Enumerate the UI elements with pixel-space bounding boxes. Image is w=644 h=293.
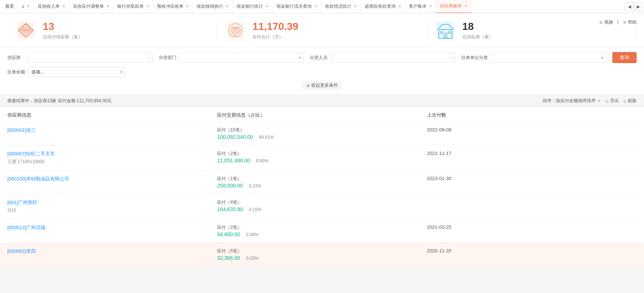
nav-tab-collect-stat[interactable]: 收款情况统计✕ <box>321 0 361 13</box>
nav-tab-close-cash-bank-flow[interactable]: ✕ <box>314 4 317 9</box>
tx-amount[interactable]: 258,000.00 <box>217 183 243 189</box>
summary-total-payable-suppliers: 13 总应付供应商（家） <box>7 19 217 41</box>
last-payment-cell: 2022-08-08 <box>427 127 637 132</box>
last-payment-cell: 2021-11-17 <box>427 151 637 156</box>
supplier-ellipsis-btn[interactable]: ··· <box>147 55 151 61</box>
supplier-link[interactable]: [000100]本特勤油品有限公司 <box>7 176 69 182</box>
supplier-info-cell: [000100]本特勤油品有限公司 <box>7 176 217 182</box>
refresh-button[interactable]: ○ 刷新 <box>623 98 637 104</box>
nav-tab-close-ap-adjustment[interactable]: ✕ <box>106 4 109 9</box>
table-row: [000002]李四 应付（5笔） 32,366.00 0.03% 2020-1… <box>0 243 644 266</box>
nav-tab-cash-bank-stat[interactable]: 现金银行统计✕ <box>233 0 273 13</box>
nav-tab-label-prepay-reconcile: 预收冲应收单 <box>157 3 183 10</box>
tx-label: 应付（2笔） <box>217 151 427 157</box>
export-button[interactable]: ○ 导出 <box>605 98 619 104</box>
nav-tab-bank-deposit[interactable]: 银行存取款单✕ <box>113 0 153 13</box>
sort-arrow-icon: ▼ <box>597 99 601 103</box>
result-bar: 搜索结果中，供应商13家 应付金额 111,703,854.00元 排序：按应付… <box>0 95 644 107</box>
summary-number-payable-amount: 11,170.39 <box>252 20 298 33</box>
filter-balance-select-wrap: 选项... ▼ <box>28 67 125 77</box>
manager-input[interactable] <box>330 52 455 63</box>
nav-arrow-right[interactable]: ▶ <box>634 2 643 11</box>
supplier-info-cell: [000001]张三 <box>7 127 217 134</box>
filter-supplier: 供应商 ··· <box>7 52 153 63</box>
nav-tab-close-bank-deposit[interactable]: ✕ <box>146 4 149 9</box>
filter-dept-select-wrap: ▼ <box>179 52 304 63</box>
filter-balance-label: 往来余额 <box>7 69 26 75</box>
table-row: [000001]张三 应付（15笔） 100,092,540.00 89.61%… <box>7 122 637 145</box>
tx-amount-row: 100,092,540.00 89.61% <box>217 133 427 140</box>
nav-tab-close-overdue-query[interactable]: ✕ <box>398 4 401 9</box>
tx-pct: 0.23% <box>249 183 261 189</box>
nav-tab-other-income[interactable]: 其他收入单✕ <box>34 0 69 13</box>
help-link[interactable]: ⊙ 帮助 <box>623 19 637 25</box>
nav-tab-close-tab3[interactable]: ✕ <box>27 4 30 9</box>
nav-tab-ap-adjustment[interactable]: 应收应付调整单✕ <box>69 0 113 13</box>
tx-amount-row: 94,600.00 0.08% <box>217 231 427 237</box>
sort-select[interactable]: 排序：按应付余额倒序排序 ▼ <box>543 98 601 104</box>
tx-amount[interactable]: 164,635.90 <box>217 206 243 212</box>
nav-tab-close-collect-stat[interactable]: ✕ <box>354 4 357 9</box>
supplier-info-cell: [000007]恒旺二手叉车 王通 17106110000 <box>7 151 217 165</box>
nav-tab-label-customer-acct: 客户账本 <box>409 3 427 10</box>
nav-tab-supplier-acct[interactable]: 供应商账本✕ <box>436 0 472 13</box>
svg-rect-12 <box>440 31 443 34</box>
table-body: [000001]张三 应付（15笔） 100,092,540.00 89.61%… <box>7 122 637 266</box>
tx-label: 应付（2笔） <box>217 224 427 231</box>
nav-tab-prepay-reconcile[interactable]: 预收冲应收单✕ <box>153 0 193 13</box>
tx-info-cell: 应付（5笔） 32,366.00 0.03% <box>217 248 427 261</box>
nav-tab-close-prepay-reconcile[interactable]: ✕ <box>186 4 189 9</box>
summary-total-payable-suppliers-text: 13 总应付供应商（家） <box>43 20 83 41</box>
top-navigation: 首页≡✕其他收入单✕应收应付调整单✕银行存取款单✕预收冲应收单✕收款核销执行✕现… <box>0 0 644 13</box>
nav-tab-home[interactable]: 首页 <box>1 0 18 13</box>
nav-tab-cash-bank-flow[interactable]: 现金银行流水查询✕ <box>273 0 321 13</box>
separator: | <box>617 19 619 25</box>
balance-select[interactable]: 选项... <box>28 67 125 77</box>
filter-row-1: 供应商 ··· 分管部门 ▼ 分管人员 ··· 往来单位分类 <box>7 52 637 63</box>
nav-arrow-left[interactable]: ◀ <box>625 2 634 11</box>
svg-rect-13 <box>448 31 451 34</box>
summary-top-links: ⊙ 视频 | ⊙ 帮助 <box>599 19 637 25</box>
table-row: [000007]恒旺二手叉车 王通 17106110000 应付（2笔） 11,… <box>7 145 637 170</box>
filter-manager-input-wrap: ··· <box>330 52 455 63</box>
supplier-link[interactable]: [000007]恒旺二手叉车 <box>7 151 55 156</box>
supplier-sub-info: 王通 17106110000 <box>7 159 217 165</box>
supplier-link[interactable]: [000012]广州贝瑞 <box>7 225 45 230</box>
nav-tab-close-collect-verify[interactable]: ✕ <box>225 4 229 9</box>
refresh-label: 刷新 <box>628 98 637 104</box>
table-row: [000100]本特勤油品有限公司 应付（1笔） 258,000.00 0.23… <box>7 170 637 194</box>
table-row: [000012]广州贝瑞 应付（2笔） 94,600.00 0.08% 2021… <box>7 219 637 243</box>
nav-tab-close-customer-acct[interactable]: ✕ <box>429 4 432 9</box>
unit-category-select[interactable] <box>490 52 607 63</box>
dept-select[interactable] <box>179 52 304 63</box>
tx-amount[interactable]: 32,366.00 <box>217 255 240 261</box>
supplier-link[interactable]: [000002]李四 <box>7 248 36 254</box>
nav-tab-close-cash-bank-stat[interactable]: ✕ <box>265 4 269 9</box>
collapse-button[interactable]: ∧ 收起更多条件 <box>302 81 342 90</box>
tx-amount[interactable]: 11,051,486.00 <box>217 158 250 163</box>
filter-supplier-label: 供应商 <box>7 55 26 61</box>
nav-tab-close-supplier-acct[interactable]: ✕ <box>464 4 468 8</box>
video-link[interactable]: ⊙ 视频 <box>599 19 613 25</box>
tx-label: 应付（4笔） <box>217 199 427 206</box>
tx-label: 应付（5笔） <box>217 248 427 254</box>
nav-tab-tab3[interactable]: ≡✕ <box>18 0 34 13</box>
nav-tab-label-cash-bank-flow: 现金银行流水查询 <box>276 3 312 10</box>
summary-total-suppliers-text: 18 总供应商（家） <box>462 20 493 41</box>
summary-number-payable-suppliers: 13 <box>43 20 83 33</box>
supplier-input[interactable] <box>28 52 153 63</box>
query-button[interactable]: 查询 <box>612 52 637 63</box>
manager-ellipsis-btn[interactable]: ··· <box>449 55 454 61</box>
filter-supplier-input-wrap: ··· <box>28 52 153 63</box>
supplier-info-cell: [001]广州荣轩 仔仔 <box>7 199 217 214</box>
nav-tab-overdue-query[interactable]: 超期应收款查询✕ <box>361 0 405 13</box>
supplier-link[interactable]: [001]广州荣轩 <box>7 200 37 205</box>
nav-tab-customer-acct[interactable]: 客户账本✕ <box>405 0 436 13</box>
tx-amount[interactable]: 100,092,540.00 <box>217 134 253 140</box>
nav-tab-close-other-income[interactable]: ✕ <box>62 4 65 9</box>
nav-tab-collect-verify[interactable]: 收款核销执行✕ <box>193 0 233 13</box>
supplier-info-cell: [000002]李四 <box>7 248 217 255</box>
supplier-link[interactable]: [000001]张三 <box>7 127 36 133</box>
tx-amount[interactable]: 94,600.00 <box>217 231 240 237</box>
filter-area: 供应商 ··· 分管部门 ▼ 分管人员 ··· 往来单位分类 <box>0 48 644 95</box>
